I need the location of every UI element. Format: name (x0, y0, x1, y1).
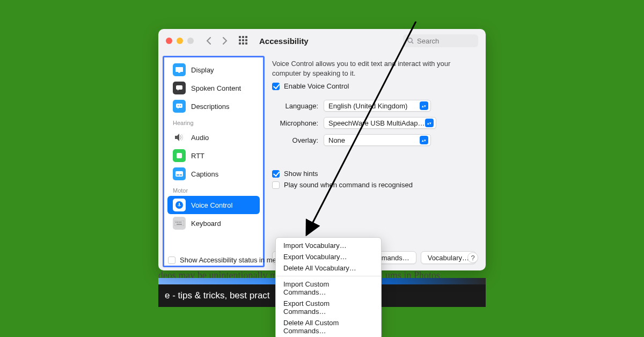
speech-bubble-icon (173, 82, 186, 94)
svg-rect-16 (179, 203, 180, 206)
sidebar-item-voice-control[interactable]: Voice Control (167, 196, 260, 214)
select-value: SpeechWare USB MultiAdapter (328, 119, 425, 127)
descriptions-icon (173, 100, 186, 113)
menu-item-import-custom-commands[interactable]: Import Custom Commands… (276, 279, 381, 298)
sidebar-item-audio[interactable]: Audio (167, 128, 260, 146)
checkbox-label: Enable Voice Control (284, 82, 349, 90)
svg-rect-17 (174, 221, 184, 226)
svg-rect-2 (175, 67, 183, 72)
menu-separator (276, 276, 381, 276)
select-value: None (328, 136, 345, 144)
sidebar-item-label: Spoken Content (191, 84, 241, 92)
chevron-updown-icon: ▴▾ (425, 119, 434, 127)
chevron-updown-icon: ▴▾ (420, 136, 428, 144)
svg-point-8 (178, 105, 179, 106)
search-input[interactable] (417, 37, 465, 45)
checkbox-icon (168, 257, 175, 264)
sidebar-item-label: Keyboard (191, 219, 221, 228)
sidebar-item-label: Audio (191, 134, 209, 142)
svg-rect-11 (177, 153, 182, 158)
checkbox-label: Show Accessibility status in menu (180, 256, 284, 264)
language-select[interactable]: English (United Kingdom) ▴▾ (324, 100, 431, 112)
pane-description: Voice Control allows you to edit text an… (272, 59, 476, 78)
nav-back-button[interactable] (203, 35, 214, 46)
microphone-select[interactable]: SpeechWare USB MultiAdapter ▴▾ (324, 117, 436, 129)
select-value: English (United Kingdom) (328, 102, 407, 110)
show-all-prefs-button[interactable] (239, 36, 248, 46)
keyboard-icon (173, 217, 186, 230)
window-title: Accessibility (259, 36, 309, 46)
nav-forward-button[interactable] (219, 35, 230, 46)
svg-marker-5 (178, 89, 179, 91)
search-field[interactable] (403, 34, 478, 47)
svg-rect-14 (180, 174, 182, 175)
rtt-icon (173, 149, 186, 162)
captions-icon (173, 167, 186, 180)
menu-item-import-vocabulary[interactable]: Import Vocabulary… (276, 240, 381, 251)
menu-item-export-custom-commands[interactable]: Export Custom Commands… (276, 298, 381, 317)
sidebar-item-rtt[interactable]: RTT (167, 146, 260, 165)
checkbox-icon (272, 170, 280, 178)
sidebar-item-label: Display (191, 66, 214, 74)
overlay-label: Overlay: (272, 136, 324, 144)
chevron-updown-icon: ▴▾ (420, 101, 428, 110)
sidebar-group-hearing: Hearing (167, 115, 260, 128)
search-icon (407, 38, 414, 44)
show-hints-checkbox[interactable]: Show hints (272, 170, 476, 178)
display-icon (173, 63, 186, 76)
menu-item-delete-all-custom-commands[interactable]: Delete All Custom Commands… (276, 317, 381, 336)
system-prefs-window: Accessibility Display Spoken Content (158, 29, 486, 270)
svg-rect-20 (179, 222, 180, 223)
enable-voice-control-checkbox[interactable]: Enable Voice Control (272, 82, 476, 90)
svg-rect-21 (180, 222, 181, 223)
play-sound-checkbox[interactable]: Play sound when command is recognised (272, 181, 476, 189)
sidebar-item-label: Descriptions (191, 102, 230, 111)
svg-rect-4 (176, 85, 182, 90)
svg-rect-13 (177, 174, 179, 175)
help-button[interactable]: ? (467, 252, 478, 263)
speaker-icon (173, 131, 186, 144)
titlebar: Accessibility (158, 29, 486, 53)
svg-rect-18 (175, 222, 177, 223)
sidebar: Display Spoken Content Descriptions Hear… (163, 56, 265, 267)
sidebar-item-descriptions[interactable]: Descriptions (167, 97, 260, 115)
svg-rect-12 (175, 171, 183, 177)
minimize-window-button[interactable] (177, 38, 183, 44)
menu-item-export-vocabulary[interactable]: Export Vocabulary… (276, 251, 381, 262)
more-actions-menu: Import Vocabulary… Export Vocabulary… De… (275, 237, 382, 337)
svg-rect-22 (177, 224, 182, 225)
menu-item-delete-all-vocabulary[interactable]: Delete All Vocabulary… (276, 262, 381, 274)
svg-rect-19 (177, 222, 178, 223)
sidebar-item-captions[interactable]: Captions (167, 165, 260, 183)
checkbox-label: Play sound when command is recognised (284, 181, 413, 189)
checkbox-icon (272, 181, 280, 189)
svg-point-0 (408, 38, 412, 42)
checkbox-label: Show hints (284, 170, 318, 178)
sidebar-item-label: Captions (191, 170, 218, 178)
sidebar-group-motor: Motor (167, 183, 260, 196)
sidebar-item-label: Voice Control (191, 201, 232, 209)
checkbox-icon (272, 83, 280, 90)
sidebar-item-display[interactable]: Display (167, 61, 260, 79)
overlay-select[interactable]: None ▴▾ (324, 134, 431, 146)
microphone-label: Microphone: (272, 119, 324, 127)
button-label: Vocabulary… (428, 254, 469, 262)
window-controls (166, 38, 194, 44)
svg-rect-3 (178, 72, 180, 73)
zoom-window-button[interactable] (187, 38, 194, 44)
voice-control-icon (173, 199, 186, 211)
language-label: Language: (272, 102, 324, 110)
sidebar-item-spoken-content[interactable]: Spoken Content (167, 79, 260, 97)
sidebar-item-keyboard[interactable]: Keyboard (167, 214, 260, 232)
svg-line-1 (412, 42, 413, 43)
sidebar-item-label: RTT (191, 152, 204, 160)
svg-marker-7 (178, 107, 179, 109)
svg-rect-6 (176, 104, 182, 108)
show-accessibility-status-checkbox[interactable]: Show Accessibility status in menu (168, 256, 284, 264)
svg-marker-10 (175, 134, 179, 141)
svg-point-9 (180, 105, 181, 106)
close-window-button[interactable] (166, 38, 172, 44)
